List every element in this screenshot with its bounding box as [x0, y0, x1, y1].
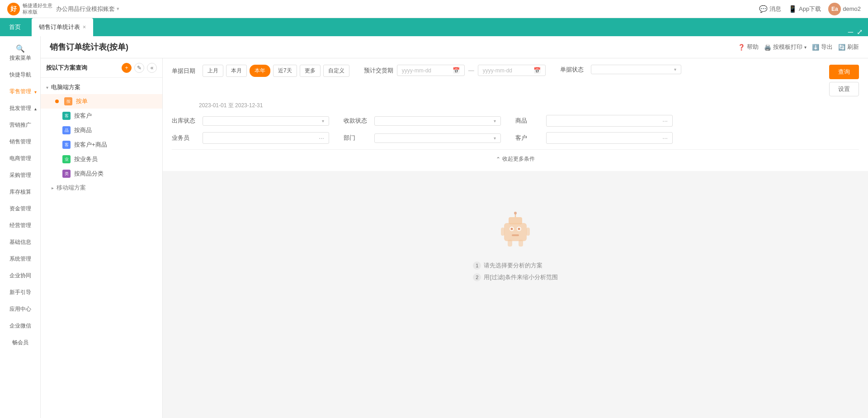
ship-status-select[interactable]: ▾ [203, 116, 329, 126]
tree-item-by-product[interactable]: 品 按商品 [41, 123, 162, 138]
dept-select[interactable]: ▾ [374, 133, 501, 143]
svg-rect-6 [512, 234, 519, 236]
query-button[interactable]: 查询 [829, 65, 859, 79]
top-bar-left: 好 畅捷通好生意 标准版 办公用品行业模拟账套 ▾ [7, 3, 119, 15]
tree-item-by-customer[interactable]: 客 按客户 [41, 109, 162, 123]
tree-item-icon-cp: 客 [62, 141, 71, 149]
sidebar-app-center[interactable]: 应用中心 [0, 301, 40, 318]
refresh-btn[interactable]: 🔄 刷新 [838, 43, 859, 51]
sidebar-sales-mgmt[interactable]: 销售管理 [0, 133, 40, 150]
date-to-input[interactable]: yyyy-mm-dd 📅 [478, 65, 546, 76]
scheme-tree: ▾ 电脑端方案 按 按单 客 按客户 品 [41, 78, 162, 197]
sidebar-finance[interactable]: 资金管理 [0, 200, 40, 217]
last-month-btn[interactable]: 上月 [203, 65, 223, 77]
sidebar-enterprise[interactable]: 企业协同 [0, 267, 40, 284]
pay-status-select[interactable]: ▾ [374, 116, 501, 126]
add-scheme-btn[interactable]: + [122, 63, 132, 73]
customer-label: 客户 [515, 134, 542, 142]
salesperson-input[interactable]: ··· [203, 132, 329, 144]
custom-date-btn[interactable]: 自定义 [323, 65, 349, 77]
print-btn[interactable]: 🖨️ 按模板打印 ▾ [764, 43, 807, 51]
collapse-btn[interactable]: ⌃ 收起更多条件 [496, 152, 535, 166]
svg-rect-1 [509, 217, 522, 224]
doc-status-select[interactable]: ▾ [591, 65, 681, 74]
svg-point-4 [511, 228, 513, 230]
expected-date-label: 预计交货期 [364, 66, 393, 75]
active-dot [55, 100, 59, 103]
sidebar-ecommerce[interactable]: 电商管理 [0, 150, 40, 167]
tree-group-mobile[interactable]: ▸ 移动端方案 [41, 181, 162, 195]
collapse-panel-btn[interactable]: « [147, 63, 157, 73]
sidebar-basics[interactable]: 基础信息 [0, 234, 40, 251]
sidebar-member[interactable]: 畅会员 [0, 334, 40, 351]
tab-expand-btn[interactable]: ⤢ [857, 28, 863, 36]
help-btn[interactable]: ❓ 帮助 [738, 43, 759, 51]
date-from-input[interactable]: yyyy-mm-dd 📅 [397, 65, 465, 76]
date-range-display: 2023-01-01 至 2023-12-31 [199, 102, 263, 109]
tree-item-by-order[interactable]: 按 按单 [41, 94, 162, 109]
left-panel-actions: + ✎ « [122, 63, 157, 73]
tree-group-pc[interactable]: ▾ 电脑端方案 [41, 81, 162, 94]
help-icon: ❓ [738, 44, 745, 51]
empty-state: 1 请先选择要分析的方案 2 用[过滤]条件来缩小分析范围 [163, 171, 868, 321]
sidebar-search[interactable]: 🔍 搜索菜单 [0, 40, 40, 66]
tree-item-by-customer-product[interactable]: 客 按客户+商品 [41, 138, 162, 152]
customer-dots: ··· [662, 134, 668, 142]
collapse-row: ⌃ 收起更多条件 [172, 149, 859, 168]
message-btn[interactable]: 💬 消息 [759, 5, 781, 13]
dept-label: 部门 [344, 134, 371, 142]
sidebar-system[interactable]: 系统管理 [0, 251, 40, 267]
doc-status-label: 单据状态 [560, 66, 587, 74]
page-header-actions: ❓ 帮助 🖨️ 按模板打印 ▾ ⬇️ 导出 🔄 刷新 [738, 43, 859, 57]
customer-input[interactable]: ··· [546, 132, 673, 144]
current-year-btn[interactable]: 本年 [250, 65, 270, 77]
right-panel: 单据日期 上月 本月 本年 近7天 更多 自定义 预计交货期 [163, 58, 868, 418]
refresh-icon: 🔄 [838, 44, 845, 51]
sidebar-quick-nav[interactable]: 快捷导航 [0, 66, 40, 83]
salesperson-dots: ··· [319, 134, 324, 142]
print-icon: 🖨️ [764, 44, 771, 51]
salesperson-label: 业务员 [172, 134, 199, 142]
tab-bar-actions: ─ ⤢ [848, 28, 868, 36]
last7-btn[interactable]: 近7天 [273, 65, 297, 77]
tab-sales-order-stats[interactable]: 销售订单统计表 × [32, 18, 93, 36]
product-input[interactable]: ··· [546, 115, 673, 127]
sidebar-retail[interactable]: 零售管理 ▾ [0, 83, 40, 100]
sidebar-marketing[interactable]: 营销推广 [0, 117, 40, 133]
more-date-btn[interactable]: 更多 [300, 65, 321, 77]
breadcrumb[interactable]: 办公用品行业模拟账套 ▾ [56, 5, 119, 13]
tab-minimize-btn[interactable]: ─ [848, 28, 853, 36]
export-btn[interactable]: ⬇️ 导出 [812, 43, 833, 51]
export-icon: ⬇️ [812, 44, 819, 51]
empty-tip-2: 2 用[过滤]条件来缩小分析范围 [473, 273, 557, 281]
sidebar-guide[interactable]: 新手引导 [0, 284, 40, 301]
tab-close-btn[interactable]: × [83, 24, 86, 30]
top-bar-right: 💬 消息 📱 App下载 Ea demo2 [759, 3, 861, 15]
pay-status-label: 收款状态 [344, 117, 371, 125]
sidebar-inventory[interactable]: 库存核算 [0, 184, 40, 200]
tab-home[interactable]: 首页 [0, 18, 30, 36]
empty-tip-1: 1 请先选择要分析的方案 [473, 261, 557, 270]
tree-group-label: 电脑端方案 [51, 83, 80, 91]
left-panel: 按以下方案查询 + ✎ « ▾ [41, 58, 163, 418]
setting-button[interactable]: 设置 [829, 82, 859, 96]
svg-point-5 [518, 228, 520, 230]
logo-icon: 好 [7, 3, 20, 15]
app-download-btn[interactable]: 📱 App下载 [788, 5, 821, 13]
mobile-group-arrow: ▸ [52, 185, 54, 190]
tree-item-by-salesperson[interactable]: 业 按业务员 [41, 152, 162, 166]
sidebar-wholesale[interactable]: 批发管理 ▴ [0, 100, 40, 117]
svg-rect-8 [526, 228, 530, 236]
tree-group-arrow: ▾ [46, 85, 48, 90]
tree-item-icon-category: 类 [62, 170, 71, 178]
sidebar-wechat[interactable]: 企业微信 [0, 318, 40, 334]
sidebar-purchase[interactable]: 采购管理 [0, 167, 40, 184]
content-area: 销售订单统计表(按单) ❓ 帮助 🖨️ 按模板打印 ▾ ⬇️ 导出 🔄 刷新 [41, 36, 868, 418]
edit-scheme-btn[interactable]: ✎ [134, 63, 144, 73]
tree-item-by-category[interactable]: 类 按商品分类 [41, 166, 162, 181]
tree-item-icon-sales: 业 [62, 155, 71, 163]
this-month-btn[interactable]: 本月 [226, 65, 247, 77]
user-menu[interactable]: Ea demo2 [828, 3, 861, 15]
svg-rect-10 [519, 240, 523, 247]
sidebar-operations[interactable]: 经营管理 [0, 217, 40, 234]
